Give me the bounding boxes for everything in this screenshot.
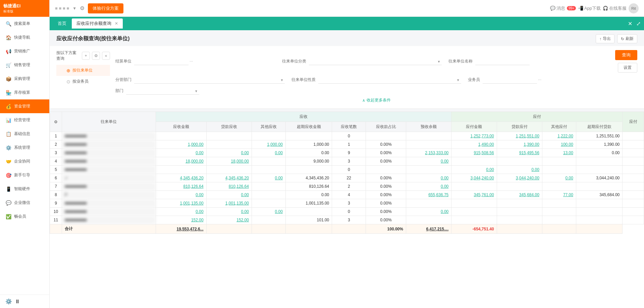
table-cell[interactable] [156,132,206,140]
settings-button[interactable]: 设置 [618,63,637,73]
table-cell[interactable] [542,208,576,216]
table-cell[interactable] [542,199,576,208]
table-cell[interactable]: 100.00 [542,140,576,149]
table-cell[interactable]: 810,126.64 [206,182,252,191]
table-cell[interactable]: 13.00 [542,149,576,157]
sidebar-item-guide[interactable]: 🎯 新手引导 [0,168,49,182]
tab-close-icon[interactable]: ✕ [115,21,118,26]
table-cell[interactable] [497,216,542,224]
collapse-plan-button[interactable]: « [102,52,110,60]
table-cell[interactable]: 3,044,240.00 [497,174,542,182]
department-select[interactable] [126,87,199,95]
table-cell[interactable] [252,166,285,174]
table-cell[interactable]: 655,636.75 [406,191,451,199]
service-item[interactable]: 🎧 在线客服 [603,5,627,11]
table-cell[interactable] [252,191,285,199]
table-cell[interactable]: 1,222.00 [542,132,576,140]
table-cell[interactable]: 0.00 [542,174,576,182]
export-button[interactable]: ↑ 导出 [596,34,614,43]
table-cell[interactable]: 0.00 [206,208,252,216]
sidebar-item-corp[interactable]: 🤝 企业协同 [0,155,49,168]
table-cell[interactable]: 1,000.00 [252,140,285,149]
settlement-unit-dots[interactable]: ··· [190,59,193,63]
footer-ar-prepay[interactable]: 6,417,215.... [406,224,451,234]
table-cell[interactable] [451,208,497,216]
footer-ar-amount[interactable]: 19,553,472,6... [156,224,206,234]
table-cell[interactable] [497,199,542,208]
tab-arquery[interactable]: 应收应付余额查询 ✕ [72,18,123,29]
table-cell[interactable]: 0.00 [451,166,497,174]
query-button[interactable]: 查询 [615,50,637,60]
table-cell[interactable] [497,208,542,216]
table-cell[interactable] [206,166,252,174]
sidebar-item-system[interactable]: ⚙️ 系统管理 [0,141,49,155]
table-cell[interactable]: 1,001,135.00 [156,199,206,208]
table-cell[interactable] [406,199,451,208]
message-nav-item[interactable]: 💬 消息 99+ [550,5,576,11]
table-cell[interactable] [542,166,576,174]
table-cell[interactable]: 152.00 [156,216,206,224]
table-cell[interactable] [406,166,451,174]
tabbar-expand-icon[interactable]: ⤢ [636,20,641,27]
table-cell[interactable] [451,157,497,166]
partner-nature-select[interactable] [318,76,461,84]
table-cell[interactable]: 0.00 [252,149,285,157]
sidebar-collapse-icon[interactable]: ⏸ [15,299,20,305]
table-cell[interactable]: 0.00 [206,191,252,199]
table-cell[interactable]: 0.00 [252,208,285,216]
salesperson-dots[interactable]: ··· [538,77,541,82]
table-cell[interactable]: 0.00 [406,182,451,191]
topbar-gear-icon[interactable]: ⚙ [80,5,85,11]
table-cell[interactable] [451,216,497,224]
table-cell[interactable] [406,132,451,140]
sidebar-item-member[interactable]: ✅ 畅会员 [0,210,49,223]
table-cell[interactable]: 1,251,551.00 [497,132,542,140]
table-cell[interactable] [451,182,497,191]
table-cell[interactable] [542,182,576,191]
table-cell[interactable] [252,132,285,140]
table-cell[interactable]: 345,761.00 [451,191,497,199]
table-cell[interactable]: 4,345,436.20 [156,174,206,182]
sidebar-item-basic[interactable]: 📋 基础信息 [0,127,49,141]
table-cell[interactable]: 0.00 [156,149,206,157]
edit-plan-button[interactable]: ⚙ [92,52,100,60]
table-cell[interactable]: 4,345,436.20 [206,174,252,182]
add-plan-button[interactable]: + [82,52,90,60]
table-cell[interactable] [252,216,285,224]
table-cell[interactable]: 345,684.00 [497,191,542,199]
table-cell[interactable] [206,140,252,149]
table-cell[interactable]: 915,508.56 [451,149,497,157]
user-avatar[interactable]: Rit [629,3,639,13]
sidebar-item-quicknav[interactable]: 🏠 快捷导航 [0,31,49,44]
table-cell[interactable] [252,182,285,191]
table-cell[interactable]: 1,001,135.00 [206,199,252,208]
dept-in-charge-select[interactable] [134,76,285,84]
sidebar-item-inventory[interactable]: 🏪 库存核算 [0,86,49,99]
table-cell[interactable]: 0.00 [252,174,285,182]
table-cell[interactable] [542,216,576,224]
table-cell[interactable] [406,216,451,224]
table-cell[interactable]: 0.00 [406,157,451,166]
table-cell[interactable] [497,157,542,166]
table-cell[interactable]: 2,153,333.00 [406,149,451,157]
table-cell[interactable]: 18,000.00 [206,157,252,166]
table-cell[interactable]: 0.00 [497,166,542,174]
table-cell[interactable]: 77.00 [542,191,576,199]
sidebar-settings-icon[interactable]: ⚙️ [5,298,12,305]
collapse-button[interactable]: ∧ 收起更多条件 [362,97,391,103]
th-settings[interactable]: ⚙ [50,112,62,132]
table-cell[interactable]: 18,000.00 [156,157,206,166]
table-cell[interactable]: 0.00 [156,208,206,216]
table-cell[interactable]: 1,490.00 [451,140,497,149]
table-cell[interactable] [206,132,252,140]
table-cell[interactable] [542,157,576,166]
table-cell[interactable] [252,157,285,166]
table-wrap[interactable]: ⚙ 往来单位 应收 应付 应付 应收金额 贷款应收 其他应收 超期应收金额 应收… [50,112,644,308]
table-cell[interactable]: 152.00 [206,216,252,224]
sidebar-item-purchase[interactable]: 📦 采购管理 [0,72,49,86]
table-cell[interactable] [497,182,542,191]
table-cell[interactable]: 1,000.00 [156,140,206,149]
filter-by-partner[interactable]: ⊕ 按往来单位 [56,65,110,76]
refresh-button[interactable]: ↻ 刷新 [617,34,637,43]
table-cell[interactable]: 1,252,773.00 [451,132,497,140]
